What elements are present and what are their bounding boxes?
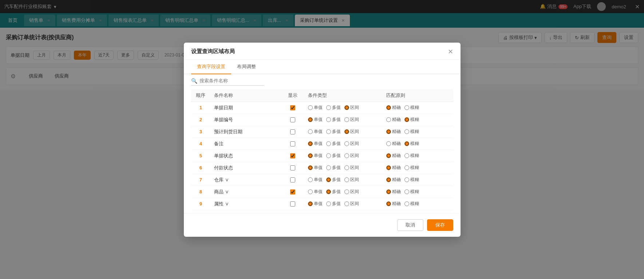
modal-close-btn[interactable]: ✕ xyxy=(448,48,453,56)
tab-query-fields[interactable]: 查询字段设置 xyxy=(191,60,231,74)
search-icon: 🔍 xyxy=(191,78,197,84)
search-wrap: 🔍 xyxy=(191,78,264,86)
modal-header: 设置查询区域布局 ✕ xyxy=(184,43,461,60)
modal-table-wrap: 顺序 条件名称 显示 条件类型 匹配原则 1单据日期单值多值区间精确模糊2单据编… xyxy=(184,89,461,90)
th-type: 条件类型 xyxy=(304,89,383,90)
th-order: 顺序 xyxy=(191,89,211,90)
modal-dialog: 设置查询区域布局 ✕ 查询字段设置 布局调整 🔍 顺序 xyxy=(184,43,461,90)
tab-layout-adjust[interactable]: 布局调整 xyxy=(231,60,262,74)
search-input[interactable] xyxy=(199,78,258,83)
modal-tabs: 查询字段设置 布局调整 xyxy=(184,60,461,74)
th-display: 显示 xyxy=(281,89,304,90)
th-match: 匹配原则 xyxy=(383,89,453,90)
modal-title: 设置查询区域布局 xyxy=(191,48,235,55)
conditions-table: 顺序 条件名称 显示 条件类型 匹配原则 1单据日期单值多值区间精确模糊2单据编… xyxy=(191,89,453,90)
modal-overlay: 设置查询区域布局 ✕ 查询字段设置 布局调整 🔍 顺序 xyxy=(0,0,644,90)
modal-search-bar: 🔍 xyxy=(184,74,461,89)
th-name: 条件名称 xyxy=(210,89,281,90)
